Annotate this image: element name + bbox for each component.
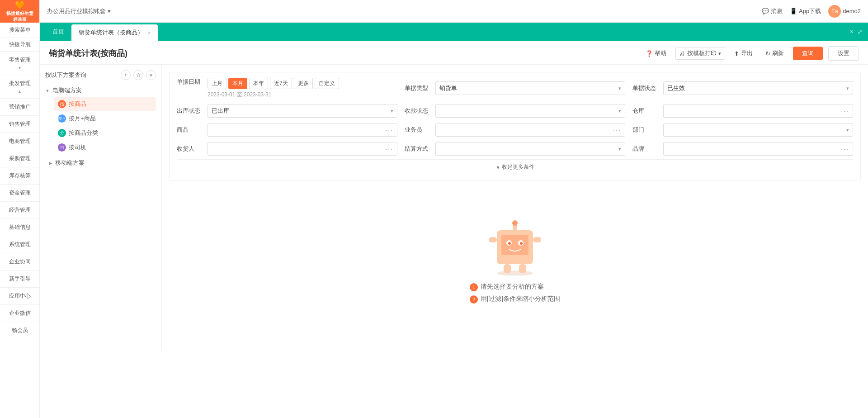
sidebar-item-marketing[interactable]: 营销推广	[0, 99, 39, 116]
child-icon-cashier: 司	[58, 143, 66, 152]
app-download-label: App下载	[799, 7, 821, 15]
tree-child-by-cashier[interactable]: 司 按司机	[54, 141, 156, 154]
message-action[interactable]: 💬 消息	[762, 7, 783, 15]
filter-brand: 品牌 ···	[632, 142, 853, 156]
collapse-btn[interactable]: ∧ 收起更多条件	[496, 163, 534, 171]
warehouse-dots: ···	[841, 107, 849, 114]
template-print-label: 按模板打印	[687, 49, 717, 57]
brand-select[interactable]: ···	[663, 142, 853, 156]
sidebar-item-appstore[interactable]: 应用中心	[0, 288, 39, 305]
tab-sales-stats-label: 销货单统计表（按商品）	[79, 28, 143, 37]
template-print-btn[interactable]: 🖨 按模板打印 ▾	[675, 47, 725, 60]
topbar-actions: 💬 消息 📱 App下载 Ea demo2	[762, 5, 861, 18]
sidebar-item-finance[interactable]: 资金管理	[0, 185, 39, 202]
payment-select[interactable]: ▾	[435, 142, 625, 156]
doc-status-value: 已生效	[667, 84, 685, 92]
sidebar-item-purchase[interactable]: 采购管理	[0, 150, 39, 167]
child-by-month-label: 按月+商品	[69, 114, 96, 123]
tab-sales-stats[interactable]: 销货单统计表（按商品） ×	[71, 24, 158, 41]
sidebar-item-system[interactable]: 系统管理	[0, 236, 39, 253]
department-arrow: ▾	[846, 127, 849, 133]
member-label: 畅会员	[12, 327, 28, 334]
empty-svg	[483, 217, 547, 276]
sidebar-item-wechat[interactable]: 企业微信	[0, 305, 39, 322]
department-label: 部门	[632, 126, 660, 134]
filter-row-3: 商品 ··· 业务员 ···	[177, 123, 853, 137]
more-btn[interactable]: 更多	[294, 78, 313, 89]
maximize-btn[interactable]: ⤢	[857, 28, 863, 35]
add-scheme-btn[interactable]: +	[121, 70, 131, 80]
finance-label: 资金管理	[9, 189, 31, 197]
receipt-status-label: 收款状态	[405, 107, 432, 115]
tabbar: 首页 销货单统计表（按商品） × × ⤢	[40, 23, 868, 41]
template-print-icon: 🖨	[679, 50, 685, 57]
this-year-btn[interactable]: 本年	[249, 78, 268, 89]
sidebar-item-member[interactable]: 畅会员	[0, 322, 39, 339]
receipt-status-select[interactable]: ▾	[435, 104, 625, 118]
svg-point-8	[512, 220, 518, 226]
filter-doc-type: 单据类型 销货单 ▾	[405, 78, 625, 99]
salesperson-select[interactable]: ···	[435, 123, 625, 137]
settings-btn[interactable]: 设置	[828, 46, 859, 61]
tree-child-by-month-product[interactable]: 按月 按月+商品	[54, 112, 156, 125]
tree-child-by-product[interactable]: 按 按商品	[54, 97, 156, 111]
collapse-label: 收起更多条件	[502, 163, 534, 171]
department-select[interactable]: ▾	[663, 123, 853, 137]
product-select[interactable]: ···	[208, 123, 397, 137]
user-name: demo2	[843, 8, 861, 14]
sidebar-item-retail[interactable]: 零售管理 ▾	[0, 52, 39, 75]
tree-parent-pc[interactable]: ▼ 电脑端方案	[45, 84, 156, 97]
svg-point-5	[508, 242, 511, 245]
svg-rect-10	[533, 237, 541, 242]
date-label: 单据日期	[177, 78, 204, 86]
logo-text: 畅捷通好生意	[6, 11, 33, 16]
sidebar-item-operations[interactable]: 经营管理	[0, 202, 39, 219]
doc-type-select[interactable]: 销货单 ▾	[435, 81, 625, 95]
last-month-btn[interactable]: 上月	[208, 78, 226, 89]
sidebar-item-basics[interactable]: 基础信息	[0, 219, 39, 236]
collapse-panel-btn[interactable]: «	[146, 70, 156, 80]
sidebar-item-sales[interactable]: 销售管理	[0, 116, 39, 133]
tab-home[interactable]: 首页	[45, 23, 71, 41]
custom-btn[interactable]: 自定义	[315, 78, 339, 89]
topbar-title[interactable]: 办公用品行业模拟账套 ▾	[47, 7, 111, 15]
user-action[interactable]: Ea demo2	[828, 5, 861, 18]
message-icon: 💬	[762, 8, 769, 14]
search-menu[interactable]: 搜索菜单	[0, 23, 39, 38]
sidebar-item-ecommerce[interactable]: 电商管理	[0, 133, 39, 150]
wholesale-label: 批发管理	[9, 80, 31, 87]
last7-btn[interactable]: 近7天	[270, 78, 292, 89]
filter-consignee: 收货人 ···	[177, 142, 397, 156]
filter-date: 单据日期 上月 本月 本年 近7天 更多 自定义	[177, 78, 397, 99]
sidebar: 🧡 畅捷通好生意 标准版 搜索菜单 快捷导航 零售管理 ▾ 批发管理 ▴ 营销推…	[0, 0, 40, 418]
empty-state: 1 请先选择要分析的方案 2 用[过滤]条件来缩小分析范围	[169, 180, 861, 343]
export-btn[interactable]: ⬆ 导出	[731, 48, 756, 59]
sidebar-item-enterprise[interactable]: 企业协同	[0, 253, 39, 271]
this-month-btn[interactable]: 本月	[228, 78, 247, 89]
query-btn[interactable]: 查询	[793, 47, 823, 60]
tab-close-btn[interactable]: ×	[148, 30, 151, 35]
sidebar-item-inventory[interactable]: 库存核算	[0, 167, 39, 185]
consignee-select[interactable]: ···	[208, 142, 397, 156]
tree-parent-pc-label: 电脑端方案	[52, 86, 82, 95]
warehouse-select[interactable]: ···	[663, 104, 853, 118]
date-range: 2023-03-01 至 2023-03-31	[208, 91, 397, 99]
filter-out-status: 出库状态 已出库 ▾	[177, 104, 397, 118]
help-btn[interactable]: ❓ 帮助	[642, 48, 670, 59]
filter-doc-status: 单据状态 已生效 ▾	[632, 78, 853, 99]
tree-mobile[interactable]: ▶ 移动端方案	[45, 156, 156, 170]
collapse-icon: ∧	[496, 164, 500, 171]
out-status-select[interactable]: 已出库 ▾	[208, 104, 397, 118]
svg-rect-9	[489, 237, 497, 242]
edit-scheme-btn[interactable]: ☆	[133, 70, 143, 80]
svg-point-6	[520, 242, 523, 245]
doc-status-select[interactable]: 已生效 ▾	[663, 81, 853, 95]
sidebar-item-newbie[interactable]: 新手引导	[0, 271, 39, 288]
quick-nav[interactable]: 快捷导航	[0, 38, 39, 52]
app-download-action[interactable]: 📱 App下载	[790, 7, 821, 15]
marketing-label: 营销推广	[9, 103, 31, 111]
minimize-btn[interactable]: ×	[850, 28, 854, 35]
refresh-btn[interactable]: ↻ 刷新	[762, 48, 788, 59]
tree-child-by-category[interactable]: 分 按商品分类	[54, 126, 156, 140]
sidebar-item-wholesale[interactable]: 批发管理 ▴	[0, 75, 39, 99]
